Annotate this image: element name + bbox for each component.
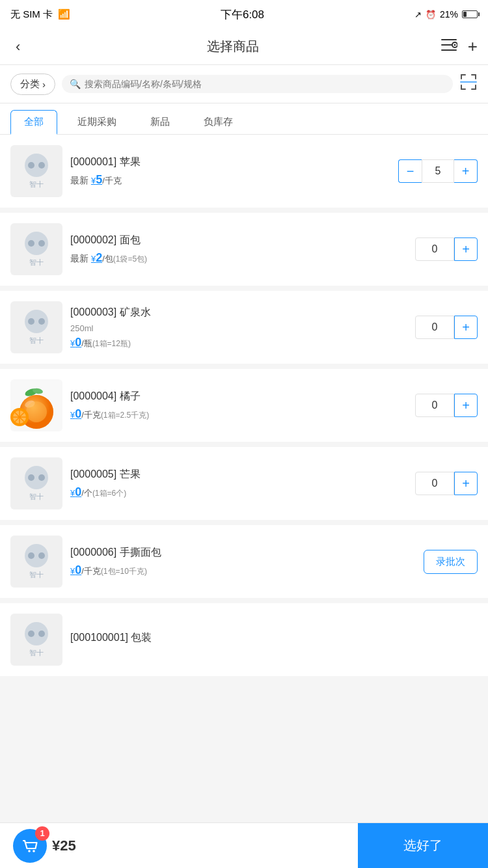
svg-rect-6 [461,74,462,79]
back-button[interactable]: ‹ [10,33,25,61]
product-info: [0000003] 矿泉水 250ml ¥0/瓶(1箱=12瓶) [70,306,407,349]
status-left: 无 SIM 卡 📶 [10,8,70,21]
product-name: [0000001] 苹果 [70,156,390,169]
product-thumbnail: 智十 [10,536,62,588]
product-thumbnail: 智十 [10,614,62,666]
cart-area: 1 ¥25 [0,829,89,863]
batch-button[interactable]: 录批次 [424,550,478,574]
category-button[interactable]: 分类 › [10,74,55,95]
quantity-input[interactable] [422,159,454,183]
svg-rect-2 [441,49,457,51]
tabs-bar: 全部 近期采购 新品 负库存 [0,103,488,135]
increase-button[interactable]: + [454,472,478,495]
tab-new[interactable]: 新品 [137,110,183,134]
nav-bar: ‹ 选择商品 + [0,29,488,65]
quantity-control: + [415,394,478,417]
product-info: [0000004] 橘子 ¥0/千克(1箱=2.5千克) [70,390,407,421]
cart-badge: 1 [35,826,49,841]
placeholder-logo: 智十 [25,310,48,346]
product-price: 最新 ¥2/包(1袋=5包) [70,251,407,265]
confirm-button[interactable]: 选好了 [358,823,488,869]
status-right: ↗ ⏰ 21% [414,9,478,20]
alarm-icon: ⏰ [426,10,436,20]
quantity-control: − + [398,159,478,183]
status-bar: 无 SIM 卡 📶 下午6:08 ↗ ⏰ 21% [0,0,488,29]
product-thumbnail: 智十 [10,457,62,509]
product-info: [0000001] 苹果 最新 ¥5/千克 [70,156,390,187]
product-info: [0000006] 手撕面包 ¥0/千克(1包=10千克) [70,546,416,577]
placeholder-logo: 智十 [25,154,48,189]
product-price: ¥0/个(1箱=6个) [70,485,407,499]
product-item: 智十 [0000003] 矿泉水 250ml ¥0/瓶(1箱=12瓶) + [0,291,488,369]
product-thumbnail: 智十 [10,223,62,275]
page-title: 选择商品 [207,38,259,55]
decrease-button[interactable]: − [398,159,422,183]
svg-rect-10 [461,85,462,90]
product-info: [0000005] 芒果 ¥0/个(1箱=6个) [70,468,407,499]
quantity-input[interactable] [415,472,454,495]
product-price: ¥0/瓶(1箱=12瓶) [70,336,407,349]
product-item: 智十 [0000001] 苹果 最新 ¥5/千克 − + [0,135,488,213]
quantity-input[interactable] [415,237,454,261]
status-time: 下午6:08 [221,7,264,22]
filter-button[interactable] [441,38,457,56]
search-input[interactable] [85,79,445,89]
product-price: 最新 ¥5/千克 [70,173,390,187]
bottom-bar: 1 ¥25 选好了 [0,822,488,868]
scan-icon[interactable] [459,73,478,95]
product-thumbnail: 智十 [10,301,62,353]
product-item: 智十 [000100001] 包装 [0,603,488,676]
svg-point-28 [33,850,35,852]
location-icon: ↗ [414,10,422,20]
tab-all[interactable]: 全部 [10,110,57,135]
product-name: [000100001] 包装 [70,631,478,645]
product-info: [000100001] 包装 [70,631,478,649]
quantity-input[interactable] [415,316,454,339]
battery-label: 21% [440,9,458,20]
svg-rect-1 [441,44,453,46]
svg-rect-0 [441,39,457,40]
tab-negative[interactable]: 负库存 [190,110,247,134]
placeholder-logo: 智十 [25,232,48,267]
svg-point-4 [454,44,455,46]
placeholder-logo: 智十 [25,622,48,658]
category-label: 分类 [20,78,40,90]
product-item: 智十 [0000002] 面包 最新 ¥2/包(1袋=5包) + [0,213,488,291]
increase-button[interactable]: + [454,394,478,417]
search-bar: 分类 › 🔍 [0,65,488,103]
product-item: [0000004] 橘子 ¥0/千克(1箱=2.5千克) + [0,369,488,447]
product-name: [0000003] 矿泉水 [70,306,407,319]
add-button[interactable]: + [468,36,478,57]
increase-button[interactable]: + [454,316,478,339]
placeholder-logo: 智十 [25,466,48,502]
svg-rect-13 [460,81,477,83]
wifi-icon: 📶 [58,8,70,20]
svg-rect-12 [475,85,476,90]
battery-icon [462,10,478,18]
product-spec: 250ml [70,323,407,333]
placeholder-logo: 智十 [25,544,48,580]
quantity-control: + [415,316,478,339]
svg-point-20 [26,401,47,422]
quantity-control: + [415,237,478,261]
product-thumbnail: 智十 [10,145,62,197]
nav-actions: + [441,36,478,57]
product-price: ¥0/千克(1箱=2.5千克) [70,407,407,421]
increase-button[interactable]: + [454,159,478,183]
search-icon: 🔍 [70,79,81,89]
product-item: 智十 [0000005] 芒果 ¥0/个(1箱=6个) + [0,447,488,525]
increase-button[interactable]: + [454,237,478,261]
chevron-right-icon: › [42,79,46,90]
cart-icon-button[interactable]: 1 [13,829,47,863]
cart-total: ¥25 [52,837,76,854]
product-name: [0000002] 面包 [70,234,407,247]
search-input-wrap: 🔍 [62,75,453,93]
tab-recent[interactable]: 近期采购 [64,110,130,134]
quantity-input[interactable] [415,394,454,417]
product-list: 智十 [0000001] 苹果 最新 ¥5/千克 − + [0,135,488,676]
product-info: [0000002] 面包 最新 ¥2/包(1袋=5包) [70,234,407,265]
product-thumbnail [10,379,62,431]
product-name: [0000006] 手撕面包 [70,546,416,560]
svg-rect-8 [475,74,476,79]
carrier-label: 无 SIM 卡 [10,8,53,21]
